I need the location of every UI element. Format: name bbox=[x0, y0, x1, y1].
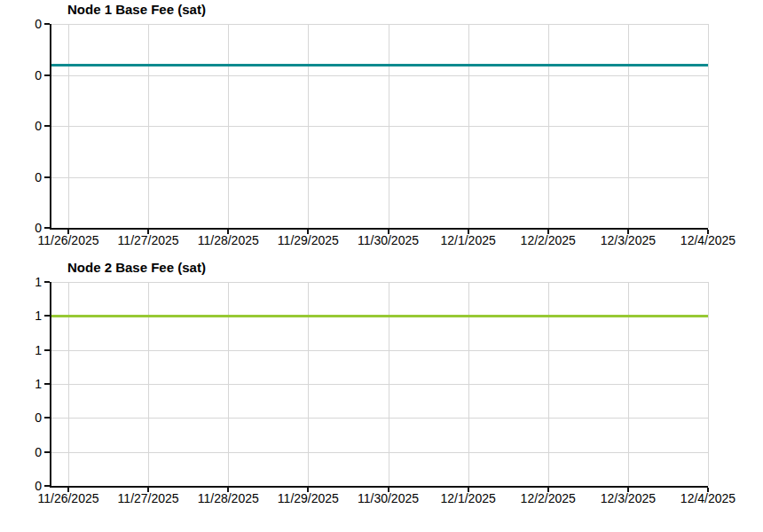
x-tick-label: 11/27/2025 bbox=[107, 491, 189, 506]
y-axis-line bbox=[50, 282, 51, 486]
y-tick-mark bbox=[44, 417, 50, 419]
x-tick-label: 11/30/2025 bbox=[348, 491, 429, 506]
y-tick-mark bbox=[44, 315, 50, 317]
h-gridline bbox=[51, 126, 708, 127]
y-tick-label: 0 bbox=[3, 445, 42, 459]
y-tick-mark bbox=[44, 74, 50, 76]
v-gridline bbox=[68, 282, 69, 486]
h-gridline bbox=[51, 350, 708, 351]
plot-area-node2: 111100011/26/202511/27/202511/28/202511/… bbox=[51, 282, 708, 486]
v-gridline bbox=[389, 282, 389, 486]
plot-area-node1: 0000011/26/202511/27/202511/28/202511/29… bbox=[51, 24, 708, 228]
h-gridline bbox=[51, 24, 708, 25]
y-tick-mark bbox=[44, 485, 50, 487]
x-tick-label: 12/3/2025 bbox=[587, 491, 669, 506]
v-gridline bbox=[708, 24, 709, 228]
y-tick-mark bbox=[44, 349, 50, 351]
v-gridline bbox=[228, 282, 229, 486]
x-tick-label: 12/2/2025 bbox=[507, 491, 589, 506]
x-tick-label: 12/1/2025 bbox=[428, 491, 509, 506]
y-tick-mark bbox=[44, 125, 50, 127]
h-gridline bbox=[51, 177, 708, 178]
v-gridline bbox=[308, 282, 309, 486]
chart-title-node2: Node 2 Base Fee (sat) bbox=[67, 260, 206, 276]
x-tick-label: 12/1/2025 bbox=[428, 233, 509, 248]
y-tick-mark bbox=[44, 176, 50, 178]
chart-title-node1: Node 1 Base Fee (sat) bbox=[67, 2, 206, 18]
y-tick-label: 0 bbox=[3, 170, 42, 184]
fee-charts-dashboard: Node 1 Base Fee (sat) 0000011/26/202511/… bbox=[0, 0, 763, 532]
y-tick-label: 0 bbox=[3, 17, 42, 31]
v-gridline bbox=[708, 282, 709, 486]
h-gridline bbox=[51, 384, 708, 385]
y-axis-line bbox=[50, 24, 51, 228]
y-tick-label: 1 bbox=[3, 275, 42, 289]
h-gridline bbox=[51, 75, 708, 76]
series-line-node-1-base-fee bbox=[51, 64, 708, 66]
y-tick-mark bbox=[44, 23, 50, 25]
v-gridline bbox=[148, 24, 149, 228]
h-gridline bbox=[51, 452, 708, 453]
v-gridline bbox=[308, 24, 309, 228]
v-gridline bbox=[548, 24, 549, 228]
y-tick-mark bbox=[44, 281, 50, 283]
x-tick-label: 11/26/2025 bbox=[28, 491, 109, 506]
v-gridline bbox=[148, 282, 149, 486]
h-gridline bbox=[51, 418, 708, 419]
x-tick-label: 11/27/2025 bbox=[107, 233, 189, 248]
h-gridline bbox=[51, 282, 708, 283]
x-tick-label: 11/29/2025 bbox=[267, 233, 349, 248]
x-tick-label: 11/29/2025 bbox=[267, 491, 349, 506]
v-gridline bbox=[228, 24, 229, 228]
x-tick-label: 12/4/2025 bbox=[667, 233, 749, 248]
y-tick-label: 0 bbox=[3, 119, 42, 133]
v-gridline bbox=[628, 24, 629, 228]
y-tick-mark bbox=[44, 227, 50, 229]
series-line-node-2-base-fee bbox=[51, 315, 708, 317]
v-gridline bbox=[468, 282, 469, 486]
y-tick-label: 1 bbox=[3, 309, 42, 323]
v-gridline bbox=[628, 282, 629, 486]
x-tick-label: 12/4/2025 bbox=[667, 491, 749, 506]
y-tick-mark bbox=[44, 451, 50, 453]
y-tick-mark bbox=[44, 383, 50, 385]
v-gridline bbox=[389, 24, 389, 228]
y-tick-label: 1 bbox=[3, 377, 42, 391]
y-tick-label: 1 bbox=[3, 343, 42, 357]
x-tick-label: 12/3/2025 bbox=[587, 233, 669, 248]
chart-node1-base-fee: Node 1 Base Fee (sat) 0000011/26/202511/… bbox=[0, 0, 763, 257]
v-gridline bbox=[68, 24, 69, 228]
x-tick-label: 11/28/2025 bbox=[187, 233, 269, 248]
x-tick-label: 11/26/2025 bbox=[28, 233, 109, 248]
chart-node2-base-fee: Node 2 Base Fee (sat) 111100011/26/20251… bbox=[0, 258, 763, 515]
v-gridline bbox=[468, 24, 469, 228]
y-tick-label: 0 bbox=[3, 68, 42, 82]
v-gridline bbox=[548, 282, 549, 486]
x-tick-label: 12/2/2025 bbox=[507, 233, 589, 248]
y-tick-label: 0 bbox=[3, 411, 42, 425]
x-tick-label: 11/28/2025 bbox=[187, 491, 269, 506]
x-tick-label: 11/30/2025 bbox=[348, 233, 429, 248]
